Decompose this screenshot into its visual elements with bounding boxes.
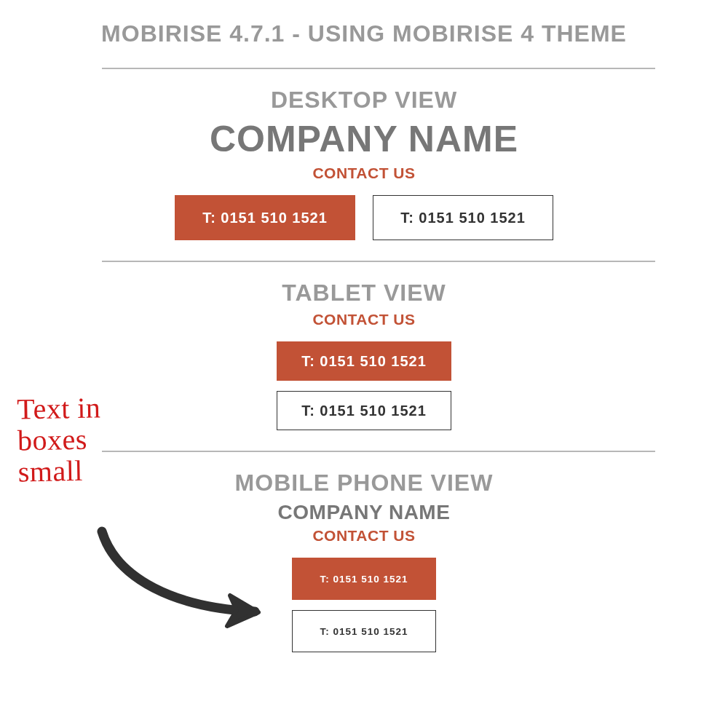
mobile-company-name: COMPANY NAME (0, 501, 728, 524)
desktop-phone-button-primary[interactable]: T: 0151 510 1521 (175, 195, 355, 240)
tablet-phone-button-secondary[interactable]: T: 0151 510 1521 (277, 391, 451, 430)
tablet-title: TABLET VIEW (0, 280, 728, 306)
tablet-phone-button-primary[interactable]: T: 0151 510 1521 (277, 341, 451, 381)
section-tablet: TABLET VIEW CONTACT US T: 0151 510 1521 … (0, 262, 728, 451)
section-desktop: DESKTOP VIEW COMPANY NAME CONTACT US T: … (0, 69, 728, 261)
tablet-contact-label: CONTACT US (0, 311, 728, 328)
mobile-title: MOBILE PHONE VIEW (0, 470, 728, 496)
desktop-phone-button-secondary[interactable]: T: 0151 510 1521 (373, 195, 553, 240)
mobile-contact-label: CONTACT US (0, 527, 728, 545)
desktop-title: DESKTOP VIEW (0, 87, 728, 114)
desktop-company-name: COMPANY NAME (0, 118, 728, 160)
mobile-phone-button-primary[interactable]: T: 0151 510 1521 (292, 558, 436, 600)
page-title: MOBIRISE 4.7.1 - USING MOBIRISE 4 THEME (0, 0, 728, 68)
mobile-phone-button-secondary[interactable]: T: 0151 510 1521 (292, 610, 436, 652)
section-mobile: MOBILE PHONE VIEW COMPANY NAME CONTACT U… (0, 452, 728, 673)
desktop-contact-label: CONTACT US (0, 165, 728, 182)
